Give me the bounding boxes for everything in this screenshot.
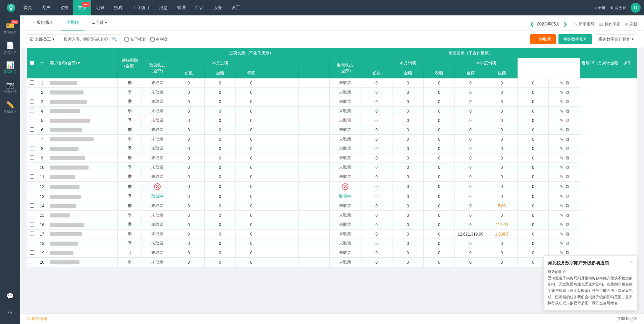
edit-icon[interactable]: ✎ <box>560 109 564 114</box>
new-guide-btn[interactable]: ☆ 新手引导 <box>574 21 595 27</box>
account-checkbox[interactable] <box>124 37 129 42</box>
sidebar-item-open-ticket[interactable]: 📄 发票开具 <box>1 39 19 57</box>
edit-icon[interactable]: ✎ <box>560 146 564 151</box>
select-all-checkbox[interactable] <box>30 61 34 65</box>
copy-icon[interactable]: ⧉ <box>566 127 569 133</box>
nav-accounting[interactable]: 记账 <box>91 0 109 15</box>
row-checkbox[interactable] <box>30 222 34 226</box>
copy-icon[interactable]: ⧉ <box>566 165 569 170</box>
tab-small-scale[interactable]: 小规模 <box>61 15 85 30</box>
employee-select[interactable]: ☑ 全部员工 ▾ <box>27 34 57 44</box>
digital-account-btn[interactable]: 税务数字账户 <box>558 34 592 44</box>
nav-admin[interactable]: 管理 <box>172 0 191 15</box>
copy-icon[interactable]: ⧉ <box>566 212 569 218</box>
sidebar-message[interactable]: 💬 <box>1 290 19 304</box>
row-checkbox[interactable] <box>30 90 34 94</box>
row-checkbox[interactable] <box>30 250 34 255</box>
nav-operation[interactable]: 经营 <box>191 0 209 15</box>
row-checkbox[interactable] <box>30 232 34 236</box>
row-checkbox[interactable] <box>30 118 34 122</box>
search-icon[interactable]: 🔍 <box>112 37 117 42</box>
nav-service[interactable]: 服务 <box>209 0 227 15</box>
period-prev-btn[interactable]: ❮ <box>530 21 534 27</box>
sidebar-item-scan[interactable]: 📷 扫描上传 <box>1 78 19 96</box>
row-checkbox[interactable] <box>30 174 34 179</box>
copy-icon[interactable]: ⧉ <box>566 108 569 114</box>
nav-billing[interactable]: 收费 <box>55 0 73 15</box>
digital-account-op-btn[interactable]: 税务数字账户操作 ▾ <box>595 34 637 44</box>
edit-icon[interactable]: ✎ <box>560 127 564 133</box>
row-checkbox[interactable] <box>30 99 34 104</box>
sidebar-item-smart-ticket[interactable]: 🎫 智能取票 new <box>1 19 19 37</box>
row-checkbox[interactable] <box>30 241 34 245</box>
nav-home[interactable]: 首页 <box>19 0 37 15</box>
copy-icon[interactable]: ⧉ <box>566 231 569 237</box>
edit-icon[interactable]: ✎ <box>560 222 564 228</box>
copy-icon[interactable]: ⧉ <box>566 99 569 105</box>
logo[interactable] <box>3 0 19 15</box>
nav-tax[interactable]: 报税 <box>109 0 127 15</box>
nav-client[interactable]: 客户 <box>37 0 55 15</box>
nav-ticket[interactable]: 票据 new <box>73 0 91 15</box>
tab-general-taxpayer[interactable]: 一般纳税人 <box>27 15 59 30</box>
nav-settings[interactable]: 设置 <box>227 0 245 15</box>
period-next-btn[interactable]: ❯ <box>563 21 567 27</box>
nav-message[interactable]: 消息 <box>154 0 172 15</box>
copy-icon[interactable]: ⧉ <box>566 136 569 142</box>
edit-icon[interactable]: ✎ <box>560 137 564 142</box>
vip-btn[interactable]: ♛ 购会员 <box>610 5 627 11</box>
copy-icon[interactable]: ⧉ <box>566 184 569 190</box>
copy-icon[interactable]: ⧉ <box>566 174 569 180</box>
row-checkbox[interactable] <box>30 203 34 208</box>
copy-icon[interactable]: ⧉ <box>566 250 569 256</box>
manual-btn[interactable]: 📖 操作手册 <box>599 21 621 27</box>
check-tax-disc[interactable]: 有税盘 <box>150 37 168 42</box>
edit-icon[interactable]: ✎ <box>560 99 564 105</box>
one-key-ticket-btn[interactable]: 一键取票 <box>530 34 556 44</box>
edit-icon[interactable]: ✎ <box>560 250 564 256</box>
search-input[interactable] <box>64 37 111 42</box>
copy-icon[interactable]: ⧉ <box>566 118 569 123</box>
row-checkbox[interactable] <box>30 127 34 132</box>
copy-icon[interactable]: ⧉ <box>566 194 569 199</box>
edit-icon[interactable]: ✎ <box>560 241 564 246</box>
edit-icon[interactable]: ✎ <box>560 232 564 237</box>
row-checkbox[interactable] <box>30 213 34 217</box>
row-checkbox[interactable] <box>30 137 34 141</box>
edit-icon[interactable]: ✎ <box>560 118 564 123</box>
nav-business[interactable]: 工商项目 <box>127 0 154 15</box>
tab-all[interactable]: ☁ 全能 ▾ <box>86 15 113 30</box>
edit-icon[interactable]: ✎ <box>560 90 564 95</box>
row-checkbox[interactable] <box>30 109 34 113</box>
edit-icon[interactable]: ✎ <box>560 155 564 161</box>
status-error-icon[interactable]: ✕ <box>154 183 161 190</box>
tax-disc-checkbox[interactable] <box>150 37 155 42</box>
edit-icon[interactable]: ✎ <box>560 184 564 189</box>
edit-icon[interactable]: ✎ <box>560 174 564 180</box>
row-checkbox[interactable] <box>30 155 34 160</box>
row-checkbox[interactable] <box>30 260 34 264</box>
copy-icon[interactable]: ⧉ <box>566 146 569 151</box>
sidebar-item-summary[interactable]: 📊 票据汇总 <box>1 58 19 77</box>
edit-icon[interactable]: ✎ <box>560 165 564 170</box>
refresh-btn[interactable]: ↻ 刷新 <box>625 21 637 27</box>
edit-icon[interactable]: ✎ <box>560 80 564 86</box>
status-error-icon[interactable]: ✕ <box>342 183 348 190</box>
row-checkbox[interactable] <box>30 184 34 188</box>
copy-icon[interactable]: ⧉ <box>566 89 569 95</box>
copy-icon[interactable]: ⧉ <box>566 203 569 209</box>
edit-icon[interactable]: ✎ <box>560 213 564 218</box>
edit-icon[interactable]: ✎ <box>560 203 564 209</box>
check-account[interactable]: 名下帐套 <box>124 37 146 42</box>
sidebar-settings[interactable]: ⚙ <box>1 306 19 320</box>
copy-icon[interactable]: ⧉ <box>566 222 569 228</box>
user-avatar[interactable]: U <box>631 3 641 13</box>
row-checkbox[interactable] <box>30 80 34 85</box>
copy-icon[interactable]: ⧉ <box>566 241 569 246</box>
fullscreen-btn[interactable]: □ 全屏 <box>594 5 606 11</box>
row-checkbox[interactable] <box>30 146 34 150</box>
notif-close-btn[interactable]: ✕ <box>630 258 634 266</box>
tax-policy-link[interactable]: ⚠ 税务政策 <box>27 316 48 322</box>
copy-icon[interactable]: ⧉ <box>566 155 569 161</box>
edit-icon[interactable]: ✎ <box>560 194 564 199</box>
